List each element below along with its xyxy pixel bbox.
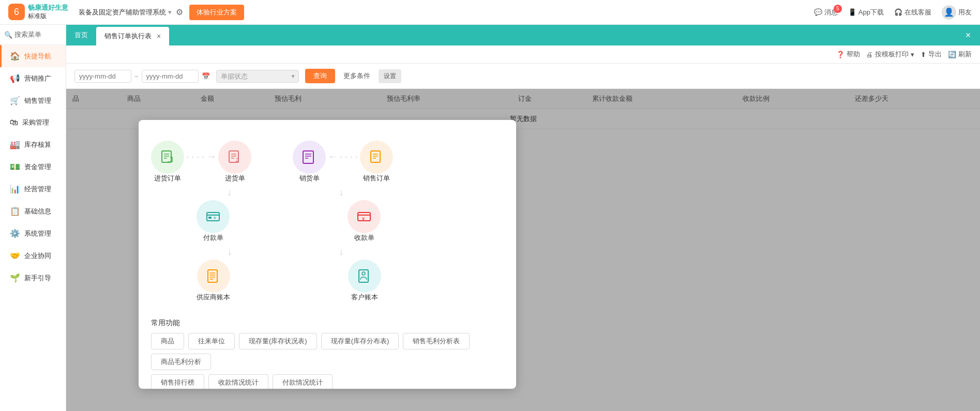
- dropdown-icon[interactable]: ▾: [168, 8, 172, 16]
- tab-home[interactable]: 首页: [66, 25, 96, 45]
- user-button[interactable]: 👤 用友: [942, 5, 972, 20]
- sidebar-search[interactable]: 🔍 搜索菜单: [0, 25, 66, 45]
- func-btn-stock-dist[interactable]: 现存量(库存分布表): [321, 333, 399, 349]
- warehouse-icon: 🏭: [10, 140, 20, 149]
- calendar-icon[interactable]: 📅: [202, 72, 210, 80]
- sidebar: 🔍 搜索菜单 🏠 快捷导航 📢 营销推广 🛒 销售管理 🛍 采购管理: [0, 25, 66, 411]
- svg-rect-0: [162, 151, 171, 162]
- gear-icon[interactable]: ⚙: [176, 7, 183, 17]
- sales-bill-icon: [293, 141, 326, 174]
- sidebar-item-finance[interactable]: 💵 资金管理: [0, 156, 66, 178]
- refresh-icon: 🔄: [948, 51, 956, 58]
- func-btn-stock-status[interactable]: 现存量(库存状况表): [239, 333, 317, 349]
- date-end-input[interactable]: [142, 70, 199, 83]
- bag-icon: 🛍: [10, 118, 18, 127]
- flow-node-sales-bill: 销货单: [293, 141, 326, 183]
- logo-icon: 6: [8, 4, 25, 20]
- arrow-down-receipt: ↓: [339, 247, 344, 257]
- sidebar-item-basic-info[interactable]: 📋 基础信息: [0, 200, 66, 222]
- sidebar-item-purchase[interactable]: 🛍 采购管理: [0, 112, 66, 133]
- date-start-input[interactable]: [74, 70, 131, 83]
- help-button[interactable]: ❓ 帮助: [836, 50, 860, 59]
- func-btn-receipt-stats[interactable]: 收款情况统计: [208, 374, 268, 389]
- close-all-icon[interactable]: ×: [960, 27, 976, 43]
- cart-icon: 🛒: [10, 96, 20, 105]
- func-btn-sales-rank[interactable]: 销售排行榜: [151, 374, 204, 389]
- svg-rect-4: [229, 151, 238, 162]
- sidebar-item-guide[interactable]: 🌱 新手引导: [0, 267, 66, 289]
- status-select-wrapper: 单据状态: [216, 70, 299, 83]
- logo-text: 畅康通好生意 标准版: [28, 4, 68, 20]
- status-select[interactable]: 单据状态: [216, 70, 299, 83]
- settings-icon: ⚙️: [10, 229, 20, 238]
- arrow-h-1: · · · · →: [184, 151, 218, 162]
- modal-overlay: 进货订单 · · · · → 进货单: [66, 89, 980, 411]
- flow-section: 进货订单 · · · · → 进货单: [151, 132, 504, 310]
- sidebar-item-sales[interactable]: 🛒 销售管理: [0, 89, 66, 112]
- more-filters-button[interactable]: 更多条件: [343, 71, 370, 81]
- message-badge: 5: [834, 5, 842, 13]
- logo-area: 6 畅康通好生意 标准版: [8, 4, 70, 20]
- flow-node-supplier-ledger: 供应商账本: [197, 260, 230, 302]
- date-range: ~ 📅: [74, 70, 210, 83]
- guide-icon: 🌱: [10, 273, 20, 283]
- flow-node-payment: ¥ 付款单: [197, 200, 230, 242]
- svg-rect-12: [371, 151, 380, 162]
- func-buttons-row1: 商品 往来单位 现存量(库存状况表) 现存量(库存分布表) 销售毛利分析表 商品…: [151, 333, 504, 370]
- flow-node-sales-order: 销售订单: [360, 141, 393, 183]
- flow-node-receipt: ¥ 收款单: [348, 200, 381, 242]
- settings-small-button[interactable]: 设置: [379, 69, 401, 83]
- system-name: 装备及固定资产辅助管理系统: [79, 8, 166, 17]
- help-icon: ❓: [836, 51, 845, 58]
- svg-rect-23: [208, 270, 217, 282]
- func-btn-payment-stats[interactable]: 付款情况统计: [273, 374, 333, 389]
- func-btn-product[interactable]: 商品: [151, 333, 184, 349]
- purchase-bill-icon: [218, 141, 251, 174]
- func-buttons-row2: 销售排行榜 收款情况统计 付款情况统计: [151, 374, 504, 389]
- search-button[interactable]: 查询: [305, 69, 335, 83]
- info-icon: 📋: [10, 206, 20, 216]
- tab-bar-right: ×: [960, 27, 980, 43]
- sales-order-icon: [360, 141, 393, 174]
- date-separator: ~: [134, 72, 139, 80]
- filter-area: ~ 📅 单据状态 查询 更多条件 设置: [66, 64, 980, 89]
- sidebar-item-inventory[interactable]: 🏭 库存核算: [0, 133, 66, 156]
- print-button[interactable]: 🖨 按模板打印 ▾: [866, 50, 914, 59]
- payment-icon: ¥: [197, 200, 230, 233]
- supplier-ledger-icon: [197, 260, 230, 293]
- func-btn-product-gross[interactable]: 商品毛利分析: [151, 354, 211, 370]
- arrow-down-left: ↓: [228, 187, 232, 198]
- sidebar-item-enterprise[interactable]: 🤝 企业协同: [0, 245, 66, 267]
- svg-rect-8: [303, 151, 313, 163]
- tab-sales-execution[interactable]: 销售订单执行表 ×: [96, 27, 169, 45]
- tab-bar: 首页 销售订单执行表 × ×: [66, 25, 980, 45]
- refresh-button[interactable]: 🔄 刷新: [948, 50, 972, 59]
- chart-icon: 📊: [10, 184, 20, 194]
- func-btn-partners[interactable]: 往来单位: [188, 333, 235, 349]
- func-btn-sales-gross[interactable]: 销售毛利分析表: [403, 333, 470, 349]
- modal-box: 进货订单 · · · · → 进货单: [139, 120, 516, 389]
- home-icon: 🏠: [10, 51, 20, 61]
- export-button[interactable]: ⬆ 导出: [921, 50, 942, 59]
- arrow-down-payment: ↓: [228, 247, 232, 257]
- svg-point-29: [362, 272, 365, 275]
- search-label: 搜索菜单: [14, 30, 41, 39]
- sidebar-item-marketing[interactable]: 📢 营销推广: [0, 67, 66, 89]
- arrow-down-right: ↓: [339, 187, 344, 198]
- headset-icon: 🎧: [894, 8, 902, 16]
- flow-node-customer-ledger: 客户账本: [348, 260, 381, 302]
- tab-close-icon[interactable]: ×: [157, 32, 161, 40]
- svg-text:¥: ¥: [213, 216, 216, 220]
- search-icon: 🔍: [4, 31, 12, 39]
- message-button[interactable]: 💬 消息 5: [814, 8, 838, 17]
- print-dropdown-icon: ▾: [911, 51, 914, 58]
- sidebar-item-quick-nav[interactable]: 🏠 快捷导航: [0, 45, 66, 67]
- app-download-button[interactable]: 📱 App下载: [848, 8, 884, 17]
- flow-node-purchase-order: 进货订单: [151, 141, 184, 183]
- data-table-wrapper: 品 商品 金额 预估毛利 预估毛利率 订金 累计收款金额 收款比例 还差多少天: [66, 89, 980, 411]
- sidebar-item-system[interactable]: ⚙️ 系统管理: [0, 222, 66, 245]
- receipt-icon: ¥: [348, 200, 381, 233]
- sidebar-item-operation[interactable]: 📊 经营管理: [0, 178, 66, 200]
- experience-button[interactable]: 体验行业方案: [189, 5, 244, 20]
- service-button[interactable]: 🎧 在线客服: [894, 8, 931, 17]
